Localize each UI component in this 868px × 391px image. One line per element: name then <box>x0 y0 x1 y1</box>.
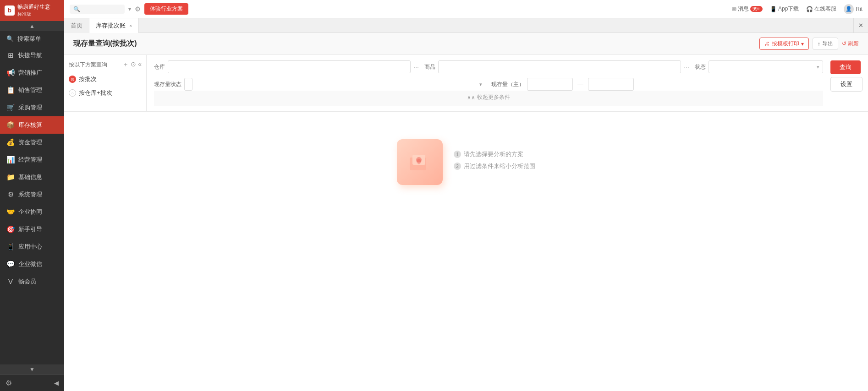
marketing-icon: 📢 <box>6 69 15 77</box>
scheme-sidebar: 按以下方案查询 ＋ ⊙ « ⊙ 按批次 ○ 按仓库+批次 <box>64 55 147 111</box>
sidebar-item-basics[interactable]: 📁 基础信息 <box>0 168 64 186</box>
set-btn[interactable]: 设置 <box>830 77 863 92</box>
product-label: 商品 <box>424 63 435 71</box>
status-field: 状态 ▾ <box>695 60 823 73</box>
sidebar-search-label: 搜索菜单 <box>17 35 41 43</box>
purchase-icon: 🛒 <box>6 103 15 112</box>
sidebar-item-quick-nav[interactable]: ⊞ 快捷导航 <box>0 47 64 64</box>
notifications-label: 消息 <box>738 5 749 13</box>
appstore-icon: 📱 <box>6 243 15 251</box>
sidebar-footer: ⚙ ◀ <box>0 375 64 391</box>
app-download-label: App下载 <box>778 5 799 13</box>
sidebar-item-label: 系统管理 <box>18 190 42 199</box>
add-scheme-icon[interactable]: ＋ <box>122 60 129 69</box>
search-icon: 🔍 <box>6 35 14 42</box>
sidebar-item-sales[interactable]: 📋 销售管理 <box>0 81 64 99</box>
sidebar-item-appstore[interactable]: 📱 应用中心 <box>0 238 64 255</box>
refresh-btn[interactable]: ↺ 刷新 <box>842 40 859 48</box>
sidebar-item-guide[interactable]: 🎯 新手引导 <box>0 221 64 238</box>
collapse-sidebar-icon[interactable]: ◀ <box>54 380 59 386</box>
app-edition: 标准版 <box>17 11 50 17</box>
stock-qty-min-input[interactable] <box>527 78 573 91</box>
product-input[interactable] <box>438 60 681 73</box>
notifications-btn[interactable]: ✉ 消息 99+ <box>732 5 763 13</box>
panel-close-btn[interactable]: ✕ <box>853 18 868 33</box>
sidebar-item-label: 企业协同 <box>18 208 42 216</box>
online-service-label: 在线客服 <box>814 5 836 13</box>
sidebar-item-label: 新手引导 <box>18 225 42 234</box>
user-name: Rit <box>856 6 863 12</box>
status-input[interactable] <box>709 60 823 73</box>
scheme-item-warehouse-batch[interactable]: ○ 按仓库+批次 <box>64 86 146 100</box>
product-more-icon[interactable]: ··· <box>684 63 689 71</box>
stock-status-select-wrap <box>184 78 486 91</box>
sidebar-item-label: 快捷导航 <box>18 51 42 60</box>
topbar: 🔍 ▾ ⚙ 体验行业方案 ✉ 消息 99+ 📱 App下载 🎧 在线客服 👤 R… <box>64 0 868 18</box>
scroll-up-btn[interactable]: ▲ <box>0 21 64 31</box>
refresh-label: 刷新 <box>848 40 859 47</box>
collapse-more-btn[interactable]: ∧∧ 收起更多条件 <box>154 91 823 106</box>
user-profile[interactable]: 👤 Rit <box>844 4 863 14</box>
empty-illustration <box>397 139 443 185</box>
sidebar-item-marketing[interactable]: 📢 营销推广 <box>0 64 64 81</box>
print-label: 按模板打印 <box>772 40 799 48</box>
main-area: 🔍 ▾ ⚙ 体验行业方案 ✉ 消息 99+ 📱 App下载 🎧 在线客服 👤 R… <box>64 0 868 391</box>
sidebar-item-weixin[interactable]: 💬 企业微信 <box>0 255 64 273</box>
filter-row-1: 仓库 ··· 商品 ··· 状态 ▾ <box>154 60 823 73</box>
experience-btn[interactable]: 体验行业方案 <box>144 3 188 15</box>
tab-close-btn[interactable]: × <box>129 23 132 28</box>
basics-icon: 📁 <box>6 173 15 181</box>
sidebar-search[interactable]: 🔍 搜索菜单 <box>0 31 64 47</box>
settings-icon[interactable]: ⚙ <box>5 379 12 387</box>
chevron-up-icon: ∧∧ <box>467 94 475 101</box>
warehouse-input[interactable] <box>168 60 411 73</box>
stock-status-select[interactable] <box>184 78 192 91</box>
scheme-label: 按仓库+批次 <box>79 89 112 97</box>
scroll-down-btn[interactable]: ▼ <box>0 364 64 375</box>
sidebar-item-purchase[interactable]: 🛒 采购管理 <box>0 99 64 116</box>
tab-inventory-batch[interactable]: 库存批次账 × <box>89 18 139 33</box>
sidebar-item-operation[interactable]: 📊 经营管理 <box>0 151 64 168</box>
tab-bar: 首页 库存批次账 × ✕ <box>64 18 868 33</box>
sidebar-item-system[interactable]: ⚙ 系统管理 <box>0 186 64 203</box>
query-btn[interactable]: 查询 <box>830 60 861 74</box>
phone-icon: 📱 <box>770 6 777 12</box>
sidebar-item-label: 企业微信 <box>18 260 42 268</box>
sidebar-item-label: 资金管理 <box>18 138 42 147</box>
guide-icon: 🎯 <box>6 225 15 234</box>
app-download-btn[interactable]: 📱 App下载 <box>770 5 799 13</box>
filter-form: 仓库 ··· 商品 ··· 状态 ▾ <box>147 55 830 111</box>
stock-qty-max-input[interactable] <box>588 78 634 91</box>
warehouse-more-icon[interactable]: ··· <box>413 63 419 71</box>
online-service-btn[interactable]: 🎧 在线客服 <box>806 5 836 13</box>
collapse-more-label: 收起更多条件 <box>477 93 510 101</box>
filter-row-2: 现存量状态 现存量（主） — <box>154 78 823 91</box>
sidebar-item-label: 库存核算 <box>18 121 42 129</box>
quick-nav-icon: ⊞ <box>6 51 15 60</box>
tab-home[interactable]: 首页 <box>64 18 89 33</box>
sidebar-item-vip[interactable]: V 畅会员 <box>0 273 64 290</box>
print-btn[interactable]: 🖨 按模板打印 ▾ <box>759 38 809 50</box>
empty-state: 1 请先选择要分析的方案 2 用过滤条件来缩小分析范围 <box>64 112 868 212</box>
inventory-icon: 📦 <box>6 121 15 129</box>
range-dash: — <box>576 81 585 88</box>
sidebar-item-enterprise[interactable]: 🤝 企业协同 <box>0 203 64 221</box>
sidebar-item-label: 基础信息 <box>18 173 42 181</box>
search-icon: 🔍 <box>73 6 80 12</box>
export-btn[interactable]: ↑ 导出 <box>813 38 838 50</box>
operation-icon: 📊 <box>6 156 15 164</box>
weixin-icon: 💬 <box>6 260 15 268</box>
scheme-collapse-icon[interactable]: « <box>138 60 142 69</box>
sidebar-item-inventory[interactable]: 📦 库存核算 <box>0 116 64 134</box>
scheme-item-batch[interactable]: ⊙ 按批次 <box>64 72 146 86</box>
scheme-settings-icon[interactable]: ⊙ <box>131 60 136 69</box>
enterprise-icon: 🤝 <box>6 208 15 216</box>
system-icon: ⚙ <box>6 190 15 199</box>
topbar-chevron-icon[interactable]: ▾ <box>128 6 131 12</box>
topbar-search-box[interactable]: 🔍 <box>70 5 125 14</box>
hint-num-2: 2 <box>454 163 461 170</box>
topbar-gear-icon[interactable]: ⚙ <box>135 5 141 13</box>
filter-panel-wrapper: 按以下方案查询 ＋ ⊙ « ⊙ 按批次 ○ 按仓库+批次 <box>64 55 868 112</box>
sidebar-item-finance[interactable]: 💰 资金管理 <box>0 134 64 151</box>
status-label: 状态 <box>695 63 706 71</box>
